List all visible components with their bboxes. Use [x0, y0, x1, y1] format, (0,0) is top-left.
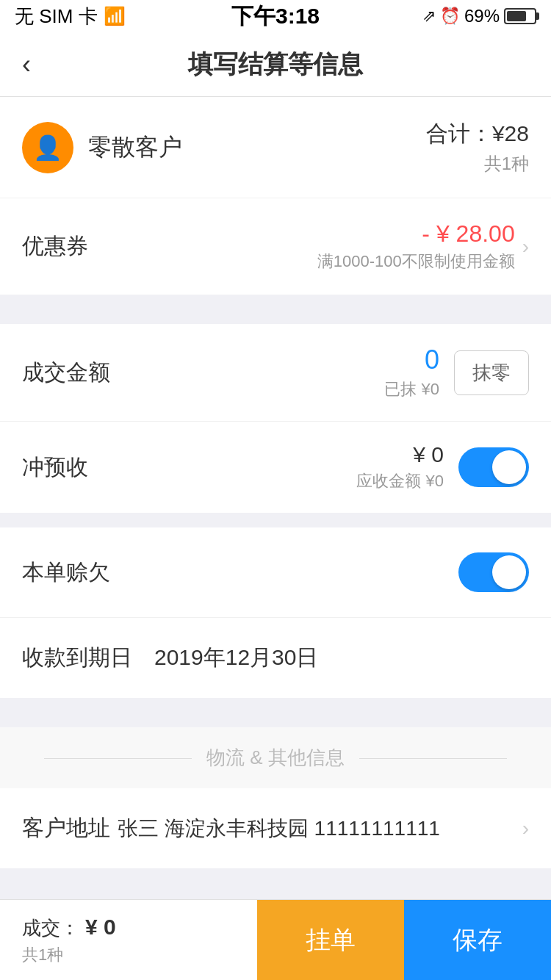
total-amount-label: 合计：¥28 — [426, 119, 529, 149]
battery-icon — [504, 8, 536, 24]
customer-left: 👤 零散客户 — [22, 122, 182, 173]
status-left: 无 SIM 卡 📶 — [15, 4, 126, 29]
coupon-desc: 满1000-100不限制使用金额 — [317, 251, 515, 273]
address-value: 张三 海淀永丰科技园 11111111111 — [118, 815, 515, 843]
wifi-icon: 📶 — [104, 6, 126, 26]
avatar-icon: 👤 — [33, 134, 62, 162]
prepayment-toggle[interactable] — [458, 447, 529, 487]
debt-section: 本单赊欠 收款到期日 2019年12月30日 — [0, 527, 551, 698]
avatar: 👤 — [22, 122, 73, 173]
section-divider-1 — [0, 309, 551, 324]
nav-bar: ‹ 填写结算等信息 — [0, 32, 551, 97]
customer-name: 零散客户 — [88, 131, 182, 164]
section-divider-3 — [0, 713, 551, 727]
prepayment-label: 冲预收 — [22, 453, 88, 483]
coupon-chevron-icon: › — [522, 235, 529, 259]
coupon-row[interactable]: 优惠券 - ¥ 28.00 满1000-100不限制使用金额 › — [0, 198, 551, 295]
status-bar: 无 SIM 卡 📶 下午3:18 ⇗ ⏰ 69% — [0, 0, 551, 32]
bottom-trade-label: 成交： — [22, 915, 79, 941]
address-row[interactable]: 客户地址 张三 海淀永丰科技园 11111111111 › — [0, 788, 551, 868]
transaction-section: 成交金额 0 已抹 ¥0 抹零 冲预收 ¥ 0 应收金额 ¥0 — [0, 324, 551, 513]
prepayment-sub: 应收金额 ¥0 — [356, 470, 444, 492]
due-date-row: 收款到期日 2019年12月30日 — [0, 618, 551, 698]
total-count-label: 共1种 — [426, 152, 529, 176]
transaction-label: 成交金额 — [22, 358, 110, 388]
bottom-info: 成交： ¥ 0 共1种 — [0, 900, 257, 980]
logistics-header: 物流 & 其他信息 — [0, 727, 551, 788]
address-chevron-icon: › — [522, 817, 529, 840]
bottom-trade-row: 成交： ¥ 0 — [22, 915, 235, 941]
alarm-icon: ⏰ — [440, 7, 460, 26]
content-area: 👤 零散客户 合计：¥28 共1种 优惠券 - ¥ 28.00 满1000-10… — [0, 97, 551, 956]
customer-card: 👤 零散客户 合计：¥28 共1种 优惠券 - ¥ 28.00 满1000-10… — [0, 97, 551, 295]
battery-percent: 69% — [464, 6, 500, 26]
coupon-label: 优惠券 — [22, 231, 88, 262]
prepayment-right: ¥ 0 应收金额 ¥0 — [356, 442, 529, 492]
bottom-trade-value: ¥ 0 — [85, 915, 116, 940]
prepayment-value-wrap: ¥ 0 应收金额 ¥0 — [356, 442, 444, 492]
status-right: ⇗ ⏰ 69% — [422, 6, 536, 26]
coupon-right: - ¥ 28.00 满1000-100不限制使用金额 › — [317, 220, 529, 273]
debt-label: 本单赊欠 — [22, 558, 110, 588]
save-button[interactable]: 保存 — [404, 900, 551, 980]
due-date-value: 2019年12月30日 — [154, 643, 318, 673]
hold-button[interactable]: 挂单 — [257, 900, 404, 980]
prepayment-row: 冲预收 ¥ 0 应收金额 ¥0 — [0, 422, 551, 513]
customer-row: 👤 零散客户 合计：¥28 共1种 — [0, 97, 551, 198]
coupon-amount: - ¥ 28.00 — [317, 220, 515, 248]
transaction-sub: 已抹 ¥0 — [384, 378, 439, 400]
debt-row: 本单赊欠 — [0, 527, 551, 618]
round-button[interactable]: 抹零 — [454, 350, 529, 395]
customer-total: 合计：¥28 共1种 — [426, 119, 529, 176]
location-icon: ⇗ — [422, 7, 436, 26]
coupon-value-container: - ¥ 28.00 满1000-100不限制使用金额 — [317, 220, 515, 273]
section-divider-2 — [0, 513, 551, 527]
prepayment-value: ¥ 0 — [356, 442, 444, 467]
debt-toggle-knob — [492, 555, 526, 589]
transaction-row: 成交金额 0 已抹 ¥0 抹零 — [0, 324, 551, 422]
due-date-label: 收款到期日 — [22, 643, 132, 673]
debt-toggle[interactable] — [458, 552, 529, 592]
logistics-label: 物流 & 其他信息 — [192, 745, 359, 771]
transaction-value: 0 — [384, 345, 439, 375]
transaction-right: 0 已抹 ¥0 抹零 — [384, 345, 529, 400]
transaction-value-wrap: 0 已抹 ¥0 — [384, 345, 439, 400]
status-time: 下午3:18 — [231, 1, 320, 32]
back-button[interactable]: ‹ — [22, 49, 31, 80]
page-title: 填写结算等信息 — [188, 48, 363, 82]
sim-label: 无 SIM 卡 — [15, 4, 98, 29]
address-label: 客户地址 — [22, 813, 118, 843]
toggle-knob — [492, 450, 526, 484]
bottom-count-label: 共1种 — [22, 944, 235, 966]
bottom-bar: 成交： ¥ 0 共1种 挂单 保存 — [0, 899, 551, 980]
